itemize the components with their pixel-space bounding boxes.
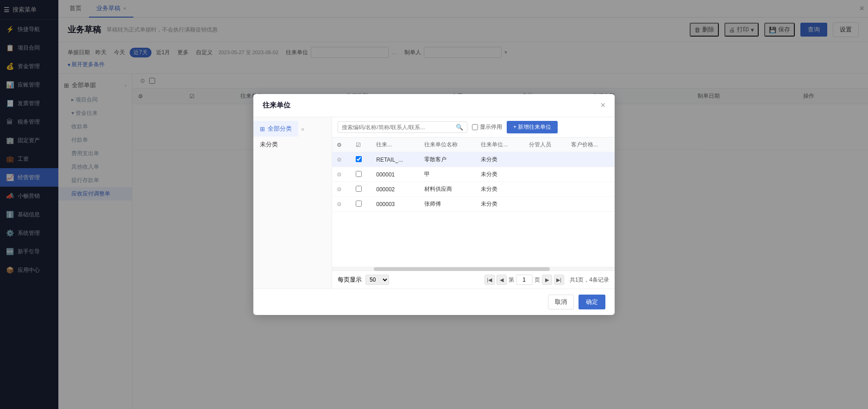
row-gear: ⚙ — [332, 152, 351, 167]
dialog-sidebar-unclassified[interactable]: 未分类 — [253, 137, 332, 152]
row-price — [566, 152, 615, 167]
total-label: 共1页，4条记录 — [570, 276, 609, 284]
grid-icon-small: ⊞ — [260, 126, 265, 132]
row-type: 未分类 — [476, 152, 524, 167]
col-name: 往来单位名称 — [420, 138, 477, 152]
search-box: 🔍 — [338, 121, 467, 133]
row-manager — [524, 152, 566, 167]
col-check: ☑ — [351, 138, 371, 152]
scrollbar-thumb[interactable] — [374, 267, 550, 271]
next-page-button[interactable]: ▶ — [542, 275, 552, 285]
dialog-sidebar-header: ⊞ 全部分类 « — [253, 121, 332, 137]
dialog-overlay: 往来单位 × ⊞ 全部分类 « 未分类 — [0, 0, 868, 409]
col-price: 客户价格... — [566, 138, 615, 152]
prev-page-button[interactable]: ◀ — [497, 275, 507, 285]
row-code: 000002 — [371, 182, 420, 197]
row-gear: ⚙ — [332, 167, 351, 182]
cancel-button[interactable]: 取消 — [548, 295, 574, 309]
table-row[interactable]: ⚙ RETAIL_... 零散客户 未分类 — [332, 152, 615, 167]
search-input[interactable] — [342, 124, 453, 131]
row-checkbox[interactable] — [351, 197, 371, 212]
row-name: 材料供应商 — [420, 182, 477, 197]
col-manager: 分管人员 — [524, 138, 566, 152]
dialog-actions: 取消 确定 — [253, 289, 615, 315]
page-number-input[interactable] — [516, 275, 533, 285]
row-type: 未分类 — [476, 167, 524, 182]
row-price — [566, 197, 615, 212]
dialog-close-button[interactable]: × — [600, 101, 605, 110]
row-gear: ⚙ — [332, 182, 351, 197]
row-checkbox[interactable] — [351, 182, 371, 197]
partner-dialog: 往来单位 × ⊞ 全部分类 « 未分类 — [253, 94, 615, 315]
row-checkbox[interactable] — [351, 167, 371, 182]
row-type: 未分类 — [476, 182, 524, 197]
dialog-body: ⊞ 全部分类 « 未分类 🔍 — [253, 117, 615, 289]
row-gear: ⚙ — [332, 197, 351, 212]
col-type-header: 往来单位... — [476, 138, 524, 152]
row-price — [566, 167, 615, 182]
last-page-button[interactable]: ▶| — [554, 275, 564, 285]
per-page-select[interactable]: 50 100 200 — [365, 275, 389, 285]
row-name: 张师傅 — [420, 197, 477, 212]
add-partner-button[interactable]: + 新增往来单位 — [507, 121, 558, 133]
page-suffix: 页 — [535, 276, 540, 284]
row-code: 000003 — [371, 197, 420, 212]
dialog-table: ⚙ ☑ 往来... 往来单位名称 往来单位... 分管人员 客户价格... — [332, 138, 615, 267]
row-code: RETAIL_... — [371, 152, 420, 167]
table-row[interactable]: ⚙ 000001 甲 未分类 — [332, 167, 615, 182]
dialog-footer: 每页显示 50 100 200 |◀ ◀ 第 页 ▶ ▶| 共1页， — [332, 271, 615, 289]
row-checkbox[interactable] — [351, 152, 371, 167]
show-disabled-checkbox-label[interactable]: 显示停用 — [472, 123, 502, 131]
col-gear: ⚙ — [332, 138, 351, 152]
dialog-toolbar: 🔍 显示停用 + 新增往来单位 — [332, 117, 615, 138]
confirm-button[interactable]: 确定 — [579, 295, 605, 309]
row-price — [566, 182, 615, 197]
show-disabled-checkbox[interactable] — [472, 124, 478, 130]
row-manager — [524, 167, 566, 182]
search-icon: 🔍 — [456, 124, 463, 131]
row-code: 000001 — [371, 167, 420, 182]
table-row[interactable]: ⚙ 000003 张师傅 未分类 — [332, 197, 615, 212]
dialog-content: 🔍 显示停用 + 新增往来单位 ⚙ ☑ — [332, 117, 615, 289]
page-label: 第 — [509, 276, 514, 284]
dialog-sidebar-all[interactable]: ⊞ 全部分类 — [253, 121, 298, 137]
dialog-sidebar-collapse-button[interactable]: « — [298, 122, 307, 136]
row-manager — [524, 197, 566, 212]
dialog-sidebar: ⊞ 全部分类 « 未分类 — [253, 117, 332, 289]
pagination: |◀ ◀ 第 页 ▶ ▶| 共1页，4条记录 — [484, 275, 609, 285]
row-type: 未分类 — [476, 197, 524, 212]
col-code: 往来... — [371, 138, 420, 152]
row-name: 甲 — [420, 167, 477, 182]
row-name: 零散客户 — [420, 152, 477, 167]
scrollbar-area — [332, 267, 615, 271]
dialog-header: 往来单位 × — [253, 94, 615, 117]
first-page-button[interactable]: |◀ — [484, 275, 495, 285]
per-page-label: 每页显示 — [338, 276, 362, 284]
table-row[interactable]: ⚙ 000002 材料供应商 未分类 — [332, 182, 615, 197]
row-manager — [524, 182, 566, 197]
dialog-title: 往来单位 — [263, 101, 290, 110]
